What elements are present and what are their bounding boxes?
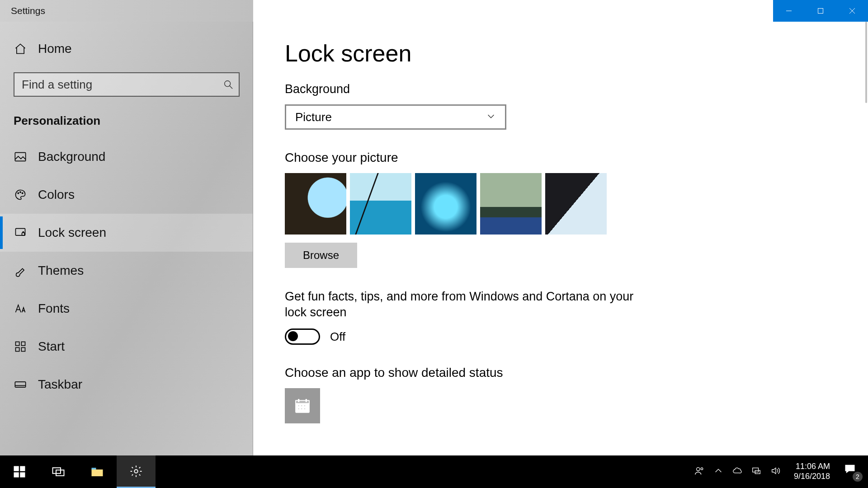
- clock-date: 9/16/2018: [794, 472, 830, 482]
- sidebar-item-label: Lock screen: [38, 225, 106, 240]
- svg-point-38: [701, 468, 703, 470]
- svg-rect-6: [15, 153, 25, 161]
- svg-point-4: [225, 81, 231, 87]
- svg-rect-30: [14, 472, 19, 477]
- sidebar-item-start[interactable]: Start: [0, 328, 253, 366]
- svg-rect-28: [14, 466, 19, 471]
- svg-rect-12: [16, 342, 19, 346]
- detailed-status-label: Choose an app to show detailed status: [285, 366, 836, 380]
- svg-point-9: [22, 192, 23, 193]
- funfacts-toggle[interactable]: [285, 328, 320, 345]
- main-content: Lock screen Background Picture Choose yo…: [253, 22, 868, 455]
- people-icon[interactable]: [694, 466, 704, 478]
- minimize-button[interactable]: [773, 0, 805, 22]
- choose-picture-label: Choose your picture: [285, 150, 836, 165]
- notification-badge: 2: [853, 472, 863, 482]
- action-center-button[interactable]: 2: [844, 463, 862, 481]
- svg-rect-31: [20, 472, 25, 477]
- background-dropdown[interactable]: Picture: [285, 104, 506, 130]
- sidebar-home[interactable]: Home: [0, 30, 253, 68]
- category-heading: Personalization: [0, 105, 253, 138]
- sidebar-item-label: Themes: [38, 263, 84, 278]
- svg-rect-26: [301, 408, 302, 409]
- svg-point-37: [697, 468, 700, 471]
- sidebar-item-label: Start: [38, 339, 65, 354]
- task-view-button[interactable]: [39, 455, 78, 488]
- sidebar-item-label: Fonts: [38, 301, 70, 316]
- image-icon: [14, 150, 27, 164]
- svg-rect-25: [298, 408, 299, 409]
- picture-thumb-3[interactable]: [415, 173, 476, 235]
- picture-thumb-1[interactable]: [285, 173, 346, 235]
- picture-thumb-2[interactable]: [350, 173, 411, 235]
- svg-rect-27: [304, 408, 305, 409]
- svg-rect-39: [753, 468, 759, 472]
- brush-icon: [14, 264, 27, 277]
- onedrive-icon[interactable]: [732, 466, 742, 478]
- file-explorer-button[interactable]: [78, 455, 117, 488]
- maximize-button[interactable]: [805, 0, 836, 22]
- sidebar: Home Personalization Background Colo: [0, 22, 253, 455]
- search-field[interactable]: [14, 73, 218, 96]
- window-title: Settings: [0, 5, 45, 16]
- calendar-icon: [293, 397, 311, 415]
- sidebar-item-colors[interactable]: Colors: [0, 176, 253, 214]
- volume-icon[interactable]: [770, 466, 780, 478]
- svg-rect-29: [20, 466, 25, 471]
- start-button[interactable]: [0, 455, 39, 488]
- svg-rect-14: [16, 347, 19, 351]
- sidebar-home-label: Home: [38, 42, 72, 56]
- picture-thumbnails: [285, 173, 836, 235]
- svg-rect-24: [304, 405, 305, 407]
- search-icon: [218, 80, 239, 89]
- sidebar-item-fonts[interactable]: Fonts: [0, 290, 253, 328]
- palette-icon: [14, 188, 27, 202]
- sidebar-item-label: Background: [38, 150, 105, 164]
- picture-thumb-5[interactable]: [545, 173, 607, 235]
- sidebar-item-themes[interactable]: Themes: [0, 252, 253, 290]
- start-grid-icon: [14, 340, 27, 353]
- svg-rect-23: [301, 405, 302, 407]
- funfacts-state: Off: [330, 330, 345, 344]
- browse-button[interactable]: Browse: [285, 243, 357, 268]
- titlebar: Settings: [0, 0, 868, 22]
- taskbar: 11:06 AM 9/16/2018 2: [0, 455, 868, 488]
- svg-rect-11: [22, 233, 25, 235]
- tray-chevron-up-icon[interactable]: [713, 466, 723, 478]
- sidebar-item-label: Taskbar: [38, 377, 82, 392]
- svg-rect-19: [296, 401, 309, 404]
- svg-rect-15: [21, 347, 25, 351]
- background-dropdown-value: Picture: [295, 110, 332, 124]
- page-title: Lock screen: [285, 40, 836, 67]
- svg-rect-33: [56, 470, 64, 476]
- home-icon: [14, 42, 27, 56]
- funfacts-label: Get fun facts, tips, and more from Windo…: [285, 289, 637, 320]
- background-label: Background: [285, 82, 836, 96]
- lock-screen-icon: [14, 226, 27, 239]
- svg-rect-22: [298, 405, 299, 407]
- detailed-status-app-tile[interactable]: [285, 388, 320, 423]
- chevron-down-icon: [486, 110, 496, 124]
- svg-rect-16: [15, 382, 25, 387]
- scrollbar[interactable]: [865, 22, 867, 103]
- svg-rect-1: [818, 9, 823, 14]
- sidebar-item-label: Colors: [38, 188, 75, 202]
- clock[interactable]: 11:06 AM 9/16/2018: [789, 462, 835, 481]
- settings-app-button[interactable]: [117, 455, 156, 488]
- picture-thumb-4[interactable]: [480, 173, 542, 235]
- svg-rect-35: [92, 469, 103, 476]
- svg-point-36: [134, 469, 138, 473]
- svg-point-8: [20, 192, 21, 192]
- svg-rect-32: [53, 468, 61, 474]
- svg-line-5: [230, 86, 232, 89]
- network-icon[interactable]: [751, 466, 761, 478]
- close-button[interactable]: [836, 0, 868, 22]
- font-icon: [14, 302, 27, 315]
- taskbar-icon: [14, 378, 27, 391]
- clock-time: 11:06 AM: [794, 462, 830, 472]
- search-input[interactable]: [14, 72, 240, 97]
- svg-point-7: [18, 192, 19, 193]
- sidebar-item-background[interactable]: Background: [0, 138, 253, 176]
- sidebar-item-lock-screen[interactable]: Lock screen: [0, 214, 253, 252]
- sidebar-item-taskbar[interactable]: Taskbar: [0, 366, 253, 404]
